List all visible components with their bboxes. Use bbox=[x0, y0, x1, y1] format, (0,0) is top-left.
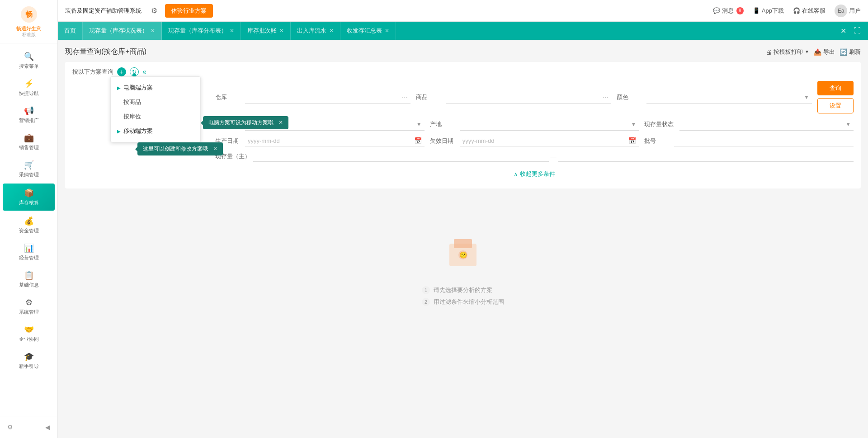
inventory-status-dropdown[interactable]: ▼ bbox=[679, 118, 854, 131]
newbie-icon: 🎓 bbox=[24, 352, 34, 362]
user-btn[interactable]: Ea 用户 bbox=[835, 5, 861, 17]
messages-btn[interactable]: 💬 消息 8 bbox=[713, 7, 744, 15]
filter-refresh-btn[interactable]: ↻ bbox=[130, 67, 139, 76]
print-btn[interactable]: 🖨 按模板打印 ▼ bbox=[765, 48, 809, 56]
tab-inventory-status[interactable]: 现存量（库存状况表） ✕ bbox=[83, 22, 162, 40]
reset-btn[interactable]: 设置 bbox=[817, 98, 854, 113]
quick-icon: ⚡ bbox=[24, 79, 34, 89]
headset-icon: 🎧 bbox=[793, 7, 800, 14]
warehouse-dots[interactable]: ··· bbox=[402, 93, 408, 101]
refresh-btn[interactable]: 🔄 刷新 bbox=[840, 48, 861, 56]
collapse-sidebar-btn[interactable]: ◀ bbox=[41, 421, 54, 433]
tab-close-batch-ledger[interactable]: ✕ bbox=[279, 28, 284, 34]
tab-close-flow[interactable]: ✕ bbox=[329, 28, 334, 34]
page-title: 现存量查询(按仓库+商品) bbox=[65, 47, 146, 57]
origin-dropdown[interactable]: ▼ bbox=[460, 118, 639, 131]
filter-panel: 电脑方案可设为移动方案哦 ✕ 这里可以创建和修改方案哦 ✕ 按以下方案查询 + … bbox=[65, 62, 861, 188]
tooltip1-close[interactable]: ✕ bbox=[278, 119, 283, 126]
logo-icon: 畅 bbox=[20, 5, 38, 24]
message-badge: 8 bbox=[736, 7, 744, 14]
phone-icon: 📱 bbox=[753, 7, 760, 14]
online-service-btn[interactable]: 🎧 在线客服 bbox=[793, 7, 826, 15]
size-arrow: ▼ bbox=[416, 121, 422, 127]
sidebar-item-newbie[interactable]: 🎓 新手引导 bbox=[0, 347, 57, 374]
close-tab-btn[interactable]: ✕ bbox=[839, 25, 848, 37]
finance-label: 资金管理 bbox=[19, 227, 39, 234]
tab-inventory-dist[interactable]: 现存量（库存分布表） ✕ bbox=[162, 22, 241, 40]
tab-bar-actions: ✕ ⛶ bbox=[833, 22, 868, 40]
top-header: 装备及固定资产辅助管理系统 ⚙ 体验行业方案 💬 消息 8 📱 App下载 🎧 … bbox=[58, 0, 868, 22]
origin-arrow: ▼ bbox=[631, 121, 636, 127]
warehouse-dropdown[interactable]: ··· bbox=[245, 91, 410, 104]
inventory-icon: 📦 bbox=[24, 188, 34, 198]
settings-btn[interactable]: ⚙ bbox=[4, 421, 16, 433]
refresh-icon: 🔄 bbox=[840, 48, 847, 56]
production-date-input[interactable]: yyyy-mm-dd 📅 bbox=[245, 135, 425, 146]
color-dropdown-arrow: ▼ bbox=[804, 94, 809, 100]
goods-dropdown[interactable]: ··· bbox=[446, 91, 611, 104]
filter-production-date: 生产日期 yyyy-mm-dd 📅 bbox=[215, 135, 425, 146]
batch-input[interactable] bbox=[674, 136, 854, 146]
basic-label: 基础信息 bbox=[19, 282, 39, 288]
sidebar-item-marketing[interactable]: 📢 营销推广 bbox=[0, 101, 57, 128]
sidebar-item-basic[interactable]: 📋 基础信息 bbox=[0, 266, 57, 293]
sidebar-item-quick[interactable]: ⚡ 快捷导航 bbox=[0, 74, 57, 101]
quick-label: 快捷导航 bbox=[19, 90, 39, 97]
export-btn[interactable]: 📤 导出 bbox=[814, 48, 835, 56]
production-date-icon[interactable]: 📅 bbox=[414, 137, 422, 144]
collapse-filter-btn[interactable]: ∧ 收起更多条件 bbox=[215, 166, 854, 182]
marketing-label: 营销推广 bbox=[19, 117, 39, 124]
sidebar-item-system[interactable]: ⚙ 系统管理 bbox=[0, 293, 57, 320]
sidebar-item-enterprise[interactable]: 🤝 企业协同 bbox=[0, 320, 57, 347]
tab-close-collection[interactable]: ✕ bbox=[385, 28, 389, 34]
expiry-date-icon[interactable]: 📅 bbox=[628, 137, 636, 144]
tab-close-inventory-dist[interactable]: ✕ bbox=[230, 28, 234, 34]
search-btn[interactable]: 查询 bbox=[817, 81, 854, 95]
tab-home[interactable]: 首页 bbox=[58, 22, 83, 40]
svg-text:😕: 😕 bbox=[459, 251, 467, 259]
goods-dots[interactable]: ··· bbox=[603, 93, 609, 101]
tab-batch-ledger[interactable]: 库存批次账 ✕ bbox=[241, 22, 291, 40]
header-btn-group: ⚙ 体验行业方案 bbox=[147, 4, 213, 18]
filter-origin: 产地 ▼ bbox=[430, 118, 639, 131]
header-settings-btn[interactable]: ⚙ bbox=[147, 4, 161, 18]
export-icon: 📤 bbox=[814, 48, 821, 56]
message-icon: 💬 bbox=[713, 7, 720, 14]
filter-row-4: 现存量（主） — bbox=[215, 151, 854, 162]
tab-close-inventory-status[interactable]: ✕ bbox=[151, 28, 155, 34]
tooltip-scheme-mobile: 电脑方案可设为移动方案哦 ✕ bbox=[203, 116, 288, 129]
sidebar-item-inventory[interactable]: 📦 库存核算 bbox=[3, 184, 55, 211]
sidebar-nav: 🔍 搜索菜单 ⚡ 快捷导航 📢 营销推广 💼 销售管理 🛒 采购管理 📦 库存核… bbox=[0, 43, 57, 416]
tab-collection[interactable]: 收发存汇总表 ✕ bbox=[340, 22, 396, 40]
scheme-mobile[interactable]: ▶ 移动端方案 bbox=[111, 124, 200, 138]
tab-flow[interactable]: 出入库流水 ✕ bbox=[291, 22, 340, 40]
filter-inventory-status: 现存量状态 ▼ bbox=[644, 118, 854, 131]
qty-range-max[interactable] bbox=[558, 151, 854, 162]
purchase-label: 采购管理 bbox=[19, 171, 39, 178]
sidebar-logo: 畅 畅通好生意 标准版 bbox=[0, 0, 57, 43]
color-dropdown[interactable]: ▼ bbox=[646, 91, 812, 104]
user-avatar: Ea bbox=[835, 5, 847, 17]
sidebar-item-operation[interactable]: 📊 经营管理 bbox=[0, 239, 57, 266]
scheme-desktop[interactable]: ▶ 电脑端方案 bbox=[111, 80, 200, 95]
filter-add-scheme-btn[interactable]: + bbox=[117, 67, 126, 76]
app-download-btn[interactable]: 📱 App下载 bbox=[753, 7, 784, 15]
sidebar-item-purchase[interactable]: 🛒 采购管理 bbox=[0, 155, 57, 183]
tooltip2-close[interactable]: ✕ bbox=[213, 146, 217, 152]
scheme-item-location[interactable]: 按库位 bbox=[111, 109, 200, 124]
sidebar-item-finance[interactable]: 💰 资金管理 bbox=[0, 212, 57, 239]
content-inner: 现存量查询(按仓库+商品) 🖨 按模板打印 ▼ 📤 导出 🔄 刷新 bbox=[58, 40, 868, 351]
sidebar-item-search[interactable]: 🔍 搜索菜单 bbox=[0, 47, 57, 74]
scheme-item-goods[interactable]: 按商品 bbox=[111, 95, 200, 109]
system-icon: ⚙ bbox=[25, 297, 33, 307]
content-area: 现存量查询(按仓库+商品) 🖨 按模板打印 ▼ 📤 导出 🔄 刷新 bbox=[58, 40, 868, 438]
filter-back-btn[interactable]: « bbox=[142, 68, 146, 76]
expiry-date-input[interactable]: yyyy-mm-dd 📅 bbox=[460, 135, 639, 146]
sidebar-item-sales[interactable]: 💼 销售管理 bbox=[0, 128, 57, 155]
finance-icon: 💰 bbox=[24, 216, 34, 226]
qty-range-min[interactable] bbox=[253, 151, 549, 162]
tooltip-scheme-create: 这里可以创建和修改方案哦 ✕ bbox=[137, 142, 223, 155]
industry-btn[interactable]: 体验行业方案 bbox=[165, 4, 213, 18]
fullscreen-tab-btn[interactable]: ⛶ bbox=[852, 25, 863, 37]
collapse-icon: ∧ bbox=[514, 171, 518, 178]
